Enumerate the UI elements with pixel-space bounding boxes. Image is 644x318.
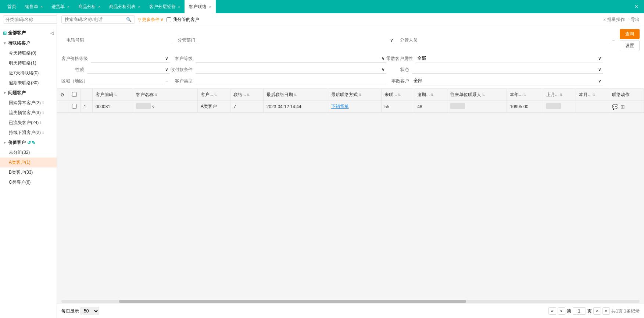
close-customer-contact-tab[interactable]: ×	[209, 4, 211, 9]
filter-price-level: 客户价格等级 ∨	[61, 55, 170, 63]
nav-tab-customer-contact[interactable]: 客户联络 ×	[185, 0, 215, 13]
refresh-icon[interactable]: ↺	[27, 140, 31, 145]
th-this-month[interactable]: 本月... ⇅	[576, 89, 609, 101]
region-ellipsis-icon[interactable]: ···	[163, 78, 170, 84]
sidebar-item-tomorrow[interactable]: 明天待联络(1)	[0, 58, 57, 68]
row-checkbox[interactable]	[72, 104, 77, 109]
close-customer-segment-tab[interactable]: ×	[178, 4, 180, 9]
settings-button[interactable]: 设置	[620, 40, 640, 51]
sidebar-item-repeat-abnormal[interactable]: 回购异常客户(2) ℹ	[0, 98, 57, 108]
sidebar-item-7days[interactable]: 近7天待联络(0)	[0, 68, 57, 78]
sort-icon: ⇅	[398, 93, 401, 97]
contact-method-link[interactable]: 下销货单	[331, 104, 349, 109]
sidebar-item-today[interactable]: 今天待联络(0)	[0, 48, 57, 58]
td-checkbox[interactable]	[69, 101, 81, 113]
price-level-select[interactable]: ∨	[91, 55, 170, 63]
th-settings[interactable]: ⚙	[57, 89, 69, 101]
content-area: 🔍 ▽ 更多条件 ∨ 我分管的客户 ☑ 批量操作 ↑ 导出	[57, 13, 644, 318]
th-overdue[interactable]: 逾期... ⇅	[414, 89, 447, 101]
nav-tab-goods-analysis-list[interactable]: 商品分析列表 ×	[105, 0, 144, 13]
close-goods-analysis-list-tab[interactable]: ×	[138, 4, 140, 9]
select-all-checkbox[interactable]	[72, 92, 77, 97]
first-page-button[interactable]: «	[548, 307, 556, 315]
all-customers-header[interactable]: ⊞ 全部客户 ◁	[0, 28, 57, 38]
query-button[interactable]: 查询	[620, 29, 640, 39]
sidebar-item-lost[interactable]: 已流失客户(24) ℹ	[0, 118, 57, 128]
td-last-month	[543, 101, 576, 113]
th-uncontacted[interactable]: 未联... ⇅	[381, 89, 414, 101]
sidebar-group-pending-contact[interactable]: ▼ 待联络客户	[0, 38, 57, 48]
nav-tab-goods-analysis[interactable]: 商品分析 ×	[74, 0, 105, 13]
phone-input[interactable]	[87, 36, 172, 44]
td-last-contact-method[interactable]: 下销货单	[328, 101, 381, 113]
table-row: 1 000031 ? A类客户 7 2023-04-12 14:44: 下销货单…	[57, 101, 644, 113]
customer-level-label: 客户等级	[170, 56, 196, 62]
th-checkbox[interactable]	[69, 89, 81, 101]
sidebar-group-problem-customers[interactable]: ▼ 问题客户	[0, 88, 57, 98]
my-customers-checkbox-label[interactable]: 我分管的客户	[167, 17, 199, 23]
filter-payment: 收付款条件 ∨	[170, 66, 386, 74]
th-customer-type[interactable]: 客户... ⇅	[197, 89, 230, 101]
chat-icon[interactable]: 💬	[612, 104, 618, 110]
nav-tab-customer-segment[interactable]: 客户分层经营 ×	[145, 0, 185, 13]
customer-level-select[interactable]: ∨	[196, 55, 386, 63]
th-unit-contact[interactable]: 往来单位联系人 ⇅	[447, 89, 507, 101]
prev-page-button[interactable]: <	[558, 307, 565, 315]
edit-icon[interactable]: ✎	[32, 140, 35, 145]
ellipsis-icon[interactable]: ···	[610, 38, 617, 43]
sort-icon: ⇅	[294, 93, 297, 97]
next-page-button[interactable]: >	[593, 307, 601, 315]
settings-icon[interactable]: ⚙	[60, 92, 64, 98]
th-last-contact-date[interactable]: 最后联络日期 ⇅	[263, 89, 328, 101]
sidebar-search-input[interactable]	[3, 15, 57, 24]
main-layout: 🔍 ⊞ 全部客户 ◁ ▼ 待联络客户 今天待联络(0) 明天待联络(1) 近7天…	[0, 13, 644, 318]
status-select[interactable]: ∨	[412, 66, 603, 74]
horizontal-scrollbar[interactable]	[57, 299, 644, 304]
nav-tab-home[interactable]: 首页	[3, 0, 21, 13]
batch-op-button[interactable]: ☑ 批量操作	[602, 17, 625, 23]
nature-select[interactable]: ∨	[87, 66, 170, 74]
manager-input[interactable]	[421, 36, 610, 44]
sidebar-item-lost-preview[interactable]: 流失预警客户(3) ℹ	[0, 108, 57, 118]
customer-type-input[interactable]	[196, 77, 386, 85]
region-input[interactable]	[91, 77, 163, 85]
scatter-customer-select[interactable]: 全部 ∨	[412, 77, 603, 85]
search-icon[interactable]: 🔍	[126, 17, 132, 22]
scroll-thumb[interactable]	[119, 300, 466, 303]
export-button[interactable]: ↑ 导出	[628, 17, 640, 23]
payment-select[interactable]: ∨	[196, 66, 386, 74]
nav-tab-sales[interactable]: 销售单 ×	[21, 0, 47, 13]
sidebar-group-value-customers[interactable]: ▼ 价值客户 ↺ ✎	[0, 138, 57, 148]
th-this-year[interactable]: 本年... ⇅	[507, 89, 543, 101]
th-last-month[interactable]: 上月... ⇅	[543, 89, 576, 101]
table-scroll-area[interactable]: ⚙ 客户编码 ⇅	[57, 89, 644, 299]
search-input[interactable]	[65, 17, 126, 22]
query-buttons: 查询 设置	[620, 29, 640, 51]
sidebar-item-unclassified[interactable]: 未分组(32)	[0, 148, 57, 158]
scatter-attr-select[interactable]: 全部 ∨	[416, 54, 603, 63]
sidebar-item-class-b[interactable]: B类客户(33)	[0, 167, 57, 177]
sort-icon: ⇅	[482, 93, 485, 97]
sidebar-item-class-a[interactable]: A类客户(1)	[0, 158, 57, 167]
dept-select[interactable]: ∨	[198, 36, 394, 44]
sidebar-item-decline[interactable]: 持续下滑客户(2) ℹ	[0, 128, 57, 138]
nav-tab-purchase[interactable]: 进货单 ×	[47, 0, 74, 13]
th-contact-count[interactable]: 联络... ⇅	[230, 89, 263, 101]
sidebar-item-overdue[interactable]: 逾期未联络(30)	[0, 78, 57, 88]
close-all-tabs[interactable]: ×	[632, 3, 641, 10]
close-purchase-tab[interactable]: ×	[67, 4, 69, 9]
my-customers-checkbox[interactable]	[167, 17, 171, 22]
last-page-button[interactable]: »	[602, 307, 610, 315]
qr-icon[interactable]: ⊞	[620, 104, 625, 110]
more-filter-button[interactable]: ▽ 更多条件 ∨	[138, 17, 164, 23]
sidebar-item-class-c[interactable]: C类客户(6)	[0, 177, 57, 187]
th-index	[81, 89, 93, 101]
close-goods-analysis-tab[interactable]: ×	[98, 4, 100, 9]
page-size-select[interactable]: 50 100 200	[80, 307, 99, 315]
scroll-track[interactable]	[61, 300, 640, 303]
th-code[interactable]: 客户编码 ⇅	[93, 89, 133, 101]
th-name[interactable]: 客户名称 ⇅	[133, 89, 197, 101]
th-last-contact-method[interactable]: 最后联络方式 ⇅	[328, 89, 381, 101]
page-number-input[interactable]	[573, 307, 586, 315]
close-sales-tab[interactable]: ×	[40, 4, 43, 9]
